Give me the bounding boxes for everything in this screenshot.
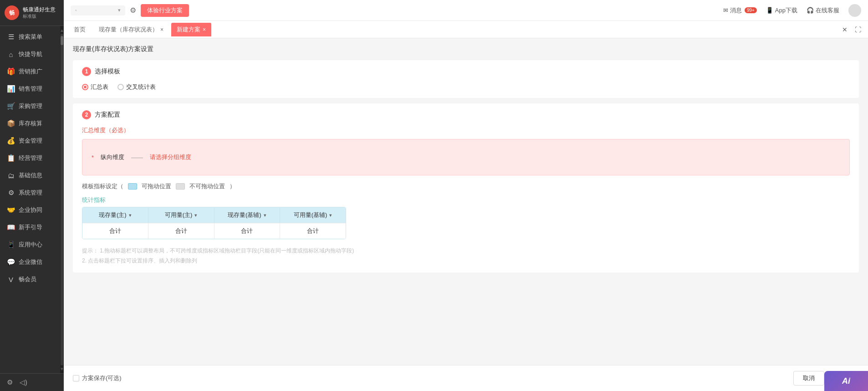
draggable-indicator-box [128, 183, 137, 190]
sidebar-item-app-center[interactable]: 📱 应用中心 [0, 236, 60, 253]
app-download-btn[interactable]: 📱 App下载 [766, 6, 797, 15]
section2-header: 2 方案配置 [82, 110, 850, 119]
sound-icon[interactable]: ◁) [20, 378, 27, 386]
sales-icon: 📊 [7, 85, 15, 93]
page-content: 现存量(库存状况表)方案设置 1 选择模板 汇总表 交叉统计表 2 [64, 38, 868, 365]
app-edition: 标准版 [23, 13, 56, 20]
stats-table: 现存量(主) ▾ 可用量(主) ▾ 现存量(基辅) ▾ 可用量(基辅) [82, 207, 346, 239]
stats-label: 统计指标 [82, 196, 850, 204]
sidebar-item-label-member: 畅会员 [19, 275, 36, 283]
th-2-chevron-icon: ▾ [264, 212, 266, 218]
sidebar-item-operations[interactable]: 📋 经营管理 [0, 149, 60, 167]
sidebar-item-label-operations: 经营管理 [19, 154, 42, 162]
indicator-label-text: 模板指标设定（ [82, 182, 123, 190]
dimension-row: * 纵向维度 —— 请选择分组维度 [92, 153, 191, 161]
sidebar-item-label-basic-info: 基础信息 [19, 171, 42, 180]
sidebar-item-member[interactable]: V 畅会员 [0, 271, 60, 288]
scrollbar-thumb[interactable] [61, 36, 63, 45]
section1-title: 选择模板 [95, 67, 120, 76]
sidebar-item-inventory[interactable]: 📦 库存核算 [0, 115, 60, 132]
sidebar-item-label-system: 系统管理 [19, 189, 42, 197]
stats-th-2[interactable]: 现存量(基辅) ▾ [214, 207, 281, 223]
system-icon: ⚙ [7, 189, 15, 197]
tip-1-text: 1.拖动标题栏可以调整布局，不可跨维度或指标区域拖动栏目字段(只能在同一维度或指… [100, 247, 354, 254]
search-box[interactable]: ▾ [71, 5, 125, 15]
dimension-placeholder: 请选择分组维度 [150, 153, 191, 161]
stats-th-0-label: 现存量(主) [99, 211, 127, 219]
sidebar-item-sales[interactable]: 📊 销售管理 [0, 80, 60, 98]
stats-th-0[interactable]: 现存量(主) ▾ [82, 207, 148, 223]
sidebar-item-search-menu[interactable]: ☰ 搜索菜单 [0, 28, 60, 46]
sidebar-item-guide[interactable]: 📖 新手引导 [0, 219, 60, 236]
topbar: ▾ ⚙ 体验行业方案 ✉ 消息 99+ 📱 App下载 🎧 在线客服 [64, 0, 868, 21]
svg-line-1 [76, 10, 77, 11]
message-btn[interactable]: ✉ 消息 99+ [723, 6, 757, 15]
sidebar-item-wechat[interactable]: 💬 企业微信 [0, 253, 60, 271]
stats-th-1[interactable]: 可用量(主) ▾ [148, 207, 214, 223]
tab-new-plan-close-icon[interactable]: × [203, 26, 206, 33]
stats-section: 统计指标 现存量(主) ▾ 可用量(主) ▾ 现存量(基辅) [82, 196, 850, 239]
headset-icon: 🎧 [807, 7, 814, 14]
save-checkbox[interactable] [73, 375, 79, 381]
tab-home-label: 首页 [74, 26, 86, 34]
ai-fab-button[interactable]: Ai [824, 371, 868, 391]
bottom-bar: 方案保存(可选) 取消 查询 [64, 365, 868, 391]
sidebar-item-finance[interactable]: 💰 资金管理 [0, 132, 60, 149]
sidebar-item-marketing[interactable]: 🎁 营销推广 [0, 63, 60, 80]
section-plan-config: 2 方案配置 汇总维度（必选） * 纵向维度 —— 请选择分组维度 模板指标设定… [73, 103, 859, 273]
tab-expand-btn[interactable]: ⛶ [853, 24, 863, 35]
sidebar-item-label-guide: 新手引导 [19, 223, 42, 232]
cancel-button[interactable]: 取消 [793, 371, 824, 386]
user-avatar[interactable] [848, 4, 861, 17]
online-service-btn[interactable]: 🎧 在线客服 [807, 6, 839, 15]
sidebar-menu: ☰ 搜索菜单 ⌂ 快捷导航 🎁 营销推广 📊 销售管理 🛒 采购管理 📦 库 [0, 26, 60, 373]
experience-btn[interactable]: 体验行业方案 [141, 4, 189, 17]
template-radio-group: 汇总表 交叉统计表 [82, 83, 850, 91]
tab-actions: ✕ ⛶ [839, 24, 863, 35]
member-icon: V [7, 275, 15, 283]
inventory-icon: 📦 [7, 119, 15, 128]
scrollbar-track [61, 34, 63, 365]
sidebar-item-system[interactable]: ⚙ 系统管理 [0, 184, 60, 201]
tab-inventory-close-icon[interactable]: × [160, 26, 163, 33]
radio-cross-circle [117, 84, 124, 90]
tab-home[interactable]: 首页 [68, 23, 91, 36]
message-label: 消息 [730, 6, 742, 15]
section2-title: 方案配置 [95, 111, 120, 119]
phone-icon: 📱 [766, 7, 773, 14]
sidebar-item-basic-info[interactable]: 🗂 基础信息 [0, 167, 60, 184]
app-name: 畅康通好生意 [23, 6, 56, 14]
radio-cross-label: 交叉统计表 [126, 83, 156, 91]
tab-inventory[interactable]: 现存量（库存状况表） × [93, 23, 169, 36]
message-badge: 99+ [745, 7, 757, 13]
topbar-right: ✉ 消息 99+ 📱 App下载 🎧 在线客服 [723, 4, 861, 17]
stats-td-0-1: 合计 [148, 223, 214, 239]
stats-th-2-label: 现存量(基辅) [228, 211, 261, 219]
tips-area: 提示： 1.拖动标题栏可以调整布局，不可跨维度或指标区域拖动栏目字段(只能在同一… [82, 246, 850, 266]
sidebar-item-label-search-menu: 搜索菜单 [19, 33, 42, 41]
non-draggable-indicator-box [176, 183, 185, 190]
stats-td-0-2: 合计 [214, 223, 281, 239]
sidebar-item-purchase[interactable]: 🛒 采购管理 [0, 98, 60, 115]
sidebar-item-coop[interactable]: 🤝 企业协同 [0, 201, 60, 219]
quick-nav-icon: ⌂ [7, 50, 15, 58]
th-1-chevron-icon: ▾ [194, 212, 197, 218]
radio-cross-table[interactable]: 交叉统计表 [117, 83, 156, 91]
tab-inventory-label: 现存量（库存状况表） [99, 26, 158, 34]
section1-header: 1 选择模板 [82, 67, 850, 76]
search-chevron-icon: ▾ [118, 7, 121, 13]
search-input[interactable] [79, 7, 116, 14]
settings-icon[interactable]: ⚙ [7, 378, 13, 386]
scrollbar-down-arrow[interactable]: ▼ [60, 365, 64, 372]
topbar-gear-icon[interactable]: ⚙ [130, 6, 136, 15]
save-option: 方案保存(可选) [73, 374, 122, 382]
scrollbar-up-arrow[interactable]: ▲ [60, 27, 64, 34]
stats-th-3[interactable]: 可用量(基辅) ▾ [280, 207, 346, 223]
radio-summary-table[interactable]: 汇总表 [82, 83, 108, 91]
tips-title: 提示： 1.拖动标题栏可以调整布局，不可跨维度或指标区域拖动栏目字段(只能在同一… [82, 246, 850, 256]
sidebar-item-quick-nav[interactable]: ⌂ 快捷导航 [0, 46, 60, 63]
radio-summary-circle [82, 84, 88, 90]
coop-icon: 🤝 [7, 206, 15, 214]
tab-close-btn[interactable]: ✕ [839, 24, 850, 35]
tab-new-plan[interactable]: 新建方案 × [171, 23, 211, 36]
